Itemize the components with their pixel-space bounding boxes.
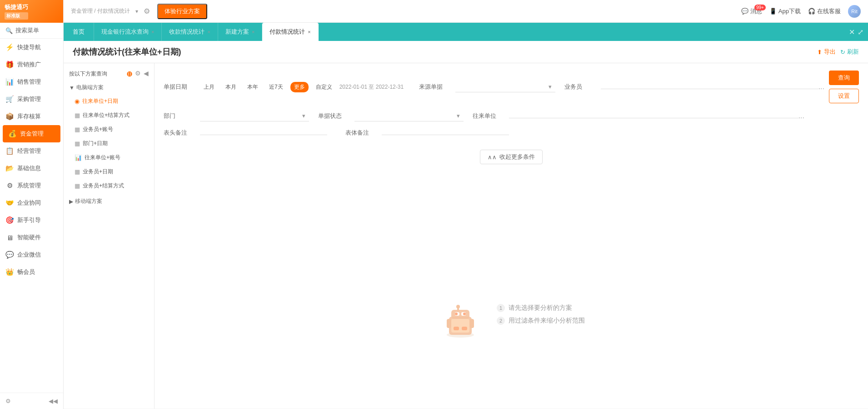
scheme-unit-account[interactable]: 📊 往来单位+账号 <box>64 151 154 165</box>
salesman-dots-icon[interactable]: ... <box>818 83 824 91</box>
tab-payment-close-icon[interactable]: × <box>308 29 310 35</box>
sidebar-item-purchase[interactable]: 🛒 采购管理 <box>0 91 63 108</box>
marketing-icon: 🎁 <box>5 61 14 69</box>
tab-new-label: 新建方案 <box>225 28 249 36</box>
svg-point-11 <box>456 305 460 308</box>
source-label: 来源单据 <box>419 83 455 91</box>
user-text: Rit <box>851 9 857 14</box>
tab-bank-close-icon[interactable]: × <box>151 29 154 35</box>
collapse-filter-button[interactable]: ∧∧ 收起更多条件 <box>480 150 543 164</box>
mobile-group-label: 移动端方案 <box>75 197 102 205</box>
svg-rect-12 <box>454 327 459 330</box>
settings-button[interactable]: 设置 <box>829 89 859 103</box>
scheme-staff-settle[interactable]: ▦ 业务员+结算方式 <box>64 179 154 193</box>
wechat-icon: 💬 <box>5 251 14 259</box>
desktop-group-title[interactable]: ▼ 电脑端方案 <box>64 81 154 94</box>
trial-button[interactable]: 体验行业方案 <box>157 4 207 19</box>
scheme-staff-date[interactable]: ▦ 业务员+日期 <box>64 165 154 179</box>
scheme-collapse-icon[interactable]: ◀ <box>144 70 149 78</box>
logo-text: 畅捷通巧 <box>5 3 28 11</box>
add-scheme-icon[interactable]: ⊕ <box>126 70 132 78</box>
sidebar-item-basic[interactable]: 📂 基础信息 <box>0 160 63 177</box>
export-button[interactable]: ⬆ 导出 <box>817 48 836 56</box>
salesman-input[interactable] <box>601 85 818 89</box>
app-download-button[interactable]: 📱 App下载 <box>769 7 801 15</box>
scheme-panel-header: 按以下方案查询 ⊕ ⚙ ◀ <box>64 67 154 81</box>
close-all-tabs-icon[interactable]: ✕ <box>849 28 855 36</box>
tip-2-num: 2 <box>497 317 505 325</box>
header-note-input[interactable] <box>200 131 327 135</box>
tab-bank[interactable]: 现金银行流水查询 × <box>94 23 162 41</box>
date-btn-more[interactable]: 更多 <box>290 82 309 92</box>
scheme-settings-icon[interactable]: ⚙ <box>135 70 141 78</box>
operation-icon: 📋 <box>5 147 14 155</box>
tab-new[interactable]: 新建方案 × <box>218 23 262 41</box>
collapse-sidebar-icon[interactable]: ◀◀ <box>49 398 58 404</box>
hardware-icon: 🖥 <box>5 233 14 242</box>
date-btn-this-year[interactable]: 本年 <box>244 82 262 92</box>
empty-tips: 1 请先选择要分析的方案 2 用过滤条件来缩小分析范围 <box>497 304 585 329</box>
empty-illustration <box>438 294 483 339</box>
scheme-unit-settle-label: 往来单位+结算方式 <box>83 111 130 119</box>
sidebar-item-member[interactable]: 👑 畅会员 <box>0 263 63 281</box>
sidebar-item-marketing[interactable]: 🎁 营销推广 <box>0 56 63 73</box>
settings-icon[interactable]: ⚙ <box>5 398 11 404</box>
dept-select[interactable]: ▾ <box>200 111 309 121</box>
service-label: 在线客服 <box>817 7 841 15</box>
date-btn-this-month[interactable]: 本月 <box>222 82 240 92</box>
dropdown-arrow-icon[interactable]: ▾ <box>135 8 138 15</box>
salesman-label: 业务员 <box>564 83 601 91</box>
mobile-group-title[interactable]: ▶ 移动端方案 <box>64 195 154 208</box>
content-area: 按以下方案查询 ⊕ ⚙ ◀ ▼ 电脑端方案 ◉ 往来单位+日期 <box>64 63 868 409</box>
source-select[interactable]: ▾ <box>455 81 555 92</box>
sidebar-item-quick-nav[interactable]: ⚡ 快捷导航 <box>0 39 63 56</box>
query-button[interactable]: 查询 <box>829 71 859 85</box>
date-btn-7days[interactable]: 近7天 <box>265 82 287 92</box>
status-select[interactable]: ▾ <box>354 111 464 121</box>
date-btn-last-month[interactable]: 上月 <box>200 82 218 92</box>
refresh-button[interactable]: ↻ 刷新 <box>840 48 859 56</box>
filter-row-3: 表头备注 表体备注 <box>164 129 859 137</box>
sidebar-item-system[interactable]: ⚙ 系统管理 <box>0 177 63 194</box>
scheme-dept-date[interactable]: ▦ 部门+日期 <box>64 136 154 151</box>
topbar: 资金管理 / 付款情况统计 ▾ ⚙ 体验行业方案 💬 消息 99+ 📱 App下… <box>64 0 868 23</box>
tab-payment-label: 付款情况统计 <box>269 28 305 36</box>
sidebar-item-operation[interactable]: 📋 经营管理 <box>0 142 63 160</box>
sidebar-item-sales[interactable]: 📊 销售管理 <box>0 73 63 91</box>
topbar-gear-icon[interactable]: ⚙ <box>144 7 150 15</box>
sidebar-item-inventory[interactable]: 📦 库存核算 <box>0 108 63 125</box>
logo-subtitle: 标准版 <box>5 12 28 20</box>
tip-1-text: 请先选择要分析的方案 <box>509 304 572 312</box>
scheme-unit-settle[interactable]: ▦ 往来单位+结算方式 <box>64 108 154 122</box>
maximize-icon[interactable]: ⤢ <box>858 28 863 36</box>
body-note-label: 表体备注 <box>345 129 382 137</box>
tab-receipt[interactable]: 收款情况统计 × <box>162 23 218 41</box>
avatar[interactable]: Rit <box>848 5 861 18</box>
sidebar-item-capital[interactable]: 💰 资金管理 <box>3 125 60 142</box>
sidebar-item-hardware[interactable]: 🖥 智能硬件 <box>0 229 63 246</box>
scheme-staff-account-label: 业务员+账号 <box>83 126 113 133</box>
sidebar-item-wechat[interactable]: 💬 企业微信 <box>0 246 63 263</box>
tabbar: 首页 现金银行流水查询 × 收款情况统计 × 新建方案 × 付款情况统计 × ✕… <box>64 23 868 41</box>
search-label: 搜索菜单 <box>15 26 39 35</box>
sidebar-item-collab[interactable]: 🤝 企业协同 <box>0 194 63 212</box>
tab-home[interactable]: 首页 <box>64 23 94 41</box>
sidebar-bottom: ⚙ ◀◀ <box>0 393 63 409</box>
tab-new-close-icon[interactable]: × <box>252 29 254 35</box>
online-service-button[interactable]: 🎧 在线客服 <box>808 7 841 15</box>
message-badge: 99+ <box>754 5 766 10</box>
tab-payment[interactable]: 付款情况统计 × <box>262 23 318 41</box>
capital-icon: 💰 <box>8 130 16 138</box>
scheme-staff-account[interactable]: ▦ 业务员+账号 <box>64 122 154 136</box>
message-button[interactable]: 💬 消息 99+ <box>741 7 762 15</box>
inventory-icon: 📦 <box>5 112 14 121</box>
search-menu[interactable]: 🔍 搜索菜单 <box>0 23 63 39</box>
unit-dots-icon[interactable]: ... <box>798 112 804 120</box>
scheme-unit-date[interactable]: ◉ 往来单位+日期 <box>64 94 154 108</box>
sidebar-item-guide[interactable]: 🎯 新手引导 <box>0 212 63 229</box>
export-label: 导出 <box>824 48 836 56</box>
body-note-input[interactable] <box>382 131 509 135</box>
unit-input[interactable] <box>509 114 798 118</box>
tab-receipt-close-icon[interactable]: × <box>207 29 210 35</box>
date-btn-custom[interactable]: 自定义 <box>312 82 336 92</box>
